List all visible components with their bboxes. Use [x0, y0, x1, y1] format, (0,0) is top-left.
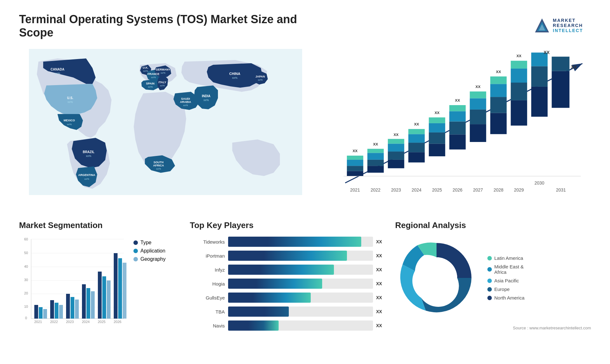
player-val-hogia: XX	[376, 281, 386, 286]
logo-icon	[534, 17, 550, 34]
player-bar-hogia	[228, 279, 373, 289]
svg-rect-96	[552, 71, 569, 108]
world-map-svg: CANADA xx% U.S. xx% MEXICO xx% BRAZIL xx…	[19, 49, 312, 195]
players-table: Tideworks XX iPortman XX	[190, 237, 386, 331]
svg-rect-53	[388, 139, 404, 144]
player-bar-infyz	[228, 265, 373, 275]
svg-rect-63	[429, 132, 445, 144]
player-val-navis: XX	[376, 323, 386, 328]
svg-text:SOUTH: SOUTH	[153, 161, 164, 164]
europe-dot	[487, 287, 492, 292]
apac-label: Asia Pacific	[494, 278, 519, 283]
europe-label: Europe	[494, 286, 510, 292]
player-row-hogia: Hogia XX	[190, 279, 386, 289]
application-dot	[133, 249, 138, 253]
svg-text:XX: XX	[394, 132, 399, 137]
svg-rect-137	[102, 276, 106, 319]
page-title: Terminal Operating Systems (TOS) Market …	[19, 13, 305, 39]
legend-geography-label: Geography	[140, 256, 166, 262]
svg-rect-125	[39, 307, 43, 319]
top-section: CANADA xx% U.S. xx% MEXICO xx% BRAZIL xx…	[19, 49, 591, 208]
svg-rect-64	[429, 123, 445, 132]
seg-legend: Type Application Geography	[133, 240, 166, 262]
svg-rect-76	[470, 98, 486, 109]
svg-text:BRAZIL: BRAZIL	[83, 150, 95, 154]
player-name-hogia: Hogia	[190, 281, 225, 286]
svg-text:U.K.: U.K.	[143, 66, 148, 69]
page-container: Terminal Operating Systems (TOS) Market …	[0, 0, 610, 364]
player-val-gullseye: XX	[376, 295, 386, 300]
svg-text:2031: 2031	[556, 187, 566, 192]
logo-area: MARKET RESEARCH INTELLECT	[534, 13, 591, 38]
svg-text:2023: 2023	[391, 187, 401, 192]
svg-rect-136	[98, 272, 102, 319]
svg-rect-127	[50, 300, 54, 319]
svg-rect-132	[75, 300, 79, 319]
svg-text:10: 10	[24, 305, 28, 308]
svg-text:xx%: xx%	[67, 123, 71, 126]
svg-text:AFRICA: AFRICA	[153, 164, 164, 167]
svg-text:2022: 2022	[370, 187, 380, 192]
svg-rect-86	[511, 100, 527, 126]
svg-text:20: 20	[24, 291, 28, 295]
svg-text:U.S.: U.S.	[67, 96, 73, 100]
map-section: CANADA xx% U.S. xx% MEXICO xx% BRAZIL xx…	[19, 49, 312, 208]
svg-rect-40	[347, 160, 363, 166]
geography-dot	[133, 257, 138, 261]
svg-rect-80	[490, 113, 507, 134]
player-name-gullseye: GullsEye	[190, 295, 225, 300]
svg-rect-77	[470, 91, 486, 98]
player-row-tba: TBA XX	[190, 307, 386, 317]
player-name-iportman: iPortman	[190, 253, 225, 259]
svg-rect-88	[511, 69, 527, 83]
svg-text:XX: XX	[544, 50, 550, 55]
legend-item-type: Type	[133, 240, 166, 246]
svg-rect-135	[91, 291, 95, 319]
svg-rect-82	[490, 84, 507, 97]
svg-rect-138	[107, 280, 111, 319]
bar-chart-svg: XX 2021 XX 2022 XX 2023	[325, 49, 591, 208]
svg-rect-89	[511, 61, 527, 69]
svg-rect-92	[531, 87, 548, 117]
svg-rect-128	[55, 303, 58, 319]
legend-item-geography: Geography	[133, 256, 166, 262]
donut-container: Latin America Middle East &Africa Asia P…	[395, 237, 591, 319]
svg-text:GERMANY: GERMANY	[156, 68, 170, 71]
svg-text:2026: 2026	[114, 320, 121, 324]
svg-text:xx%: xx%	[148, 85, 152, 88]
svg-text:50: 50	[24, 251, 28, 255]
svg-rect-39	[347, 166, 363, 171]
donut-chart-wrap	[395, 237, 478, 319]
svg-rect-71	[449, 105, 466, 111]
svg-text:XX: XX	[435, 111, 440, 115]
svg-text:XX: XX	[353, 149, 358, 153]
svg-rect-68	[449, 134, 466, 149]
svg-text:ARABIA: ARABIA	[180, 100, 191, 104]
svg-text:2025: 2025	[432, 187, 442, 192]
logo-box: MARKET RESEARCH INTELLECT	[534, 13, 591, 38]
svg-rect-57	[408, 143, 425, 152]
source-text: Source : www.marketresearchintellect.com	[395, 326, 591, 330]
player-bar-tideworks	[228, 237, 373, 247]
svg-text:ITALY: ITALY	[159, 81, 166, 84]
svg-rect-45	[367, 160, 384, 166]
player-name-infyz: Infyz	[190, 267, 225, 273]
svg-text:CHINA: CHINA	[229, 72, 241, 76]
svg-rect-140	[118, 258, 122, 319]
player-val-tideworks: XX	[376, 239, 386, 244]
type-dot	[133, 240, 138, 245]
svg-text:xx%: xx%	[84, 178, 89, 180]
svg-rect-56	[408, 152, 425, 162]
svg-text:xx%: xx%	[232, 76, 237, 79]
svg-text:xx%: xx%	[55, 72, 60, 75]
header: Terminal Operating Systems (TOS) Market …	[19, 13, 591, 39]
svg-rect-58	[408, 134, 425, 143]
svg-rect-47	[367, 149, 384, 153]
svg-rect-139	[114, 253, 118, 319]
key-players-title: Top Key Players	[190, 220, 386, 230]
svg-text:XX: XX	[373, 142, 378, 146]
svg-text:xx%: xx%	[258, 78, 262, 81]
player-val-tba: XX	[376, 309, 386, 314]
svg-text:JAPAN: JAPAN	[255, 75, 265, 78]
player-row-iportman: iPortman XX	[190, 251, 386, 261]
